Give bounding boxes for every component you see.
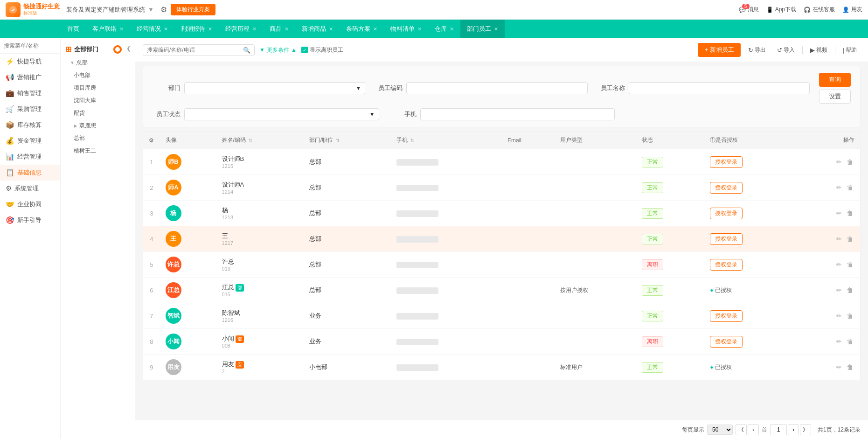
dept-item-shuanglu[interactable]: ▶ 双鹿想 [61, 119, 135, 132]
delete-button[interactable]: 🗑 [845, 261, 854, 268]
auth-login-button[interactable]: 授权登录 [710, 156, 743, 168]
close-icon[interactable]: ✕ [329, 20, 333, 38]
sidebar-item-sales[interactable]: 💼 销售管理 [0, 85, 60, 101]
auth-login-button[interactable]: 授权登录 [710, 182, 743, 194]
import-button[interactable]: ↺ 导入 [773, 44, 799, 56]
delete-button[interactable]: 🗑 [845, 286, 854, 294]
dept-item-project-storage[interactable]: 项目库房 [61, 82, 135, 94]
auth-login-button[interactable]: 授权登录 [710, 310, 743, 322]
nav-item-history[interactable]: 经营历程 ✕ [219, 20, 263, 38]
collapse-btn[interactable]: 《 [124, 45, 130, 54]
help-button[interactable]: | 帮助 [839, 44, 861, 56]
first-page-button[interactable]: 《 [736, 424, 747, 435]
next-page-button[interactable]: › [788, 424, 799, 435]
close-icon[interactable]: ✕ [494, 20, 498, 38]
close-icon[interactable]: ✕ [373, 20, 377, 38]
close-icon[interactable]: ✕ [417, 20, 422, 38]
edit-button[interactable]: ✏ [835, 209, 843, 217]
message-button[interactable]: 💬 5 消息 [739, 6, 759, 14]
auth-login-button[interactable]: 授权登录 [710, 233, 743, 245]
close-icon[interactable]: ✕ [252, 20, 257, 38]
sidebar-item-collab[interactable]: 🤝 企业协同 [0, 196, 60, 212]
nav-item-goods[interactable]: 商品 ✕ [263, 20, 295, 38]
emp-name-filter-input[interactable] [629, 82, 810, 94]
dept-item-zhishu[interactable]: 植树王二 [61, 145, 135, 157]
settings-icon[interactable]: ⚙ [160, 5, 167, 14]
sidebar-item-guide[interactable]: 🎯 新手引导 [0, 212, 60, 228]
edit-button[interactable]: ✏ [835, 158, 843, 166]
close-icon[interactable]: ✕ [450, 20, 454, 38]
sidebar-item-purchase[interactable]: 🛒 采购管理 [0, 101, 60, 117]
th-settings[interactable]: ⚙ [143, 132, 160, 149]
close-icon[interactable]: ✕ [208, 20, 212, 38]
dept-item-small-electric[interactable]: 小电部 [61, 69, 135, 82]
delete-button[interactable]: 🗑 [845, 209, 854, 217]
nav-item-department[interactable]: 部门员工 ✕ [460, 20, 505, 38]
edit-button[interactable]: ✏ [835, 235, 843, 243]
nav-item-operation[interactable]: 经营情况 ✕ [130, 20, 174, 38]
add-employee-button[interactable]: + 新增员工 [698, 43, 740, 57]
nav-item-warehouse[interactable]: 仓库 ✕ [428, 20, 460, 38]
th-dept[interactable]: 部门/职位 ⇅ [304, 132, 391, 149]
auth-login-button[interactable]: 授权登录 [710, 259, 743, 271]
search-input[interactable] [147, 47, 243, 53]
sidebar-item-finance[interactable]: 💰 资金管理 [0, 133, 60, 149]
close-icon[interactable]: ✕ [285, 20, 289, 38]
sidebar-item-system[interactable]: ⚙ 系统管理 [0, 181, 60, 196]
nav-item-barcode[interactable]: 条码方案 ✕ [340, 20, 384, 38]
page-number-input[interactable] [770, 424, 787, 435]
app-download-button[interactable]: 📱 App下载 [766, 6, 796, 14]
dept-item-distribution[interactable]: 配货 [61, 107, 135, 119]
sidebar-item-inventory[interactable]: 📦 库存核算 [0, 117, 60, 133]
online-service-button[interactable]: 🎧 在线客服 [804, 6, 835, 14]
prev-page-button[interactable]: ‹ [748, 424, 759, 435]
emp-code-filter-input[interactable] [406, 82, 587, 94]
user-avatar[interactable]: 👤 用友 [842, 6, 862, 14]
row-email [502, 252, 555, 278]
collab-icon: 🤝 [6, 200, 14, 209]
nav-item-bom[interactable]: 物料清单 ✕ [384, 20, 428, 38]
emp-status-filter-select[interactable]: ▼ [184, 108, 379, 120]
edit-button[interactable]: ✏ [835, 261, 843, 268]
close-icon[interactable]: ✕ [119, 20, 124, 38]
edit-button[interactable]: ✏ [835, 286, 843, 294]
sidebar-item-quick-nav[interactable]: ⚡ 快捷导航 [0, 54, 60, 70]
nav-item-profit[interactable]: 利润报告 ✕ [174, 20, 219, 38]
show-resigned-toggle[interactable]: ✓ 显示离职员工 [301, 46, 343, 54]
nav-item-add-goods[interactable]: 新增商品 ✕ [295, 20, 340, 38]
dept-item-headquarters[interactable]: ▼ 总部 [61, 56, 135, 69]
phone-filter-input[interactable] [420, 108, 615, 120]
edit-button[interactable]: ✏ [835, 338, 843, 345]
dept-filter-select[interactable]: ▼ [184, 82, 365, 94]
delete-button[interactable]: 🗑 [845, 363, 854, 371]
delete-button[interactable]: 🗑 [845, 312, 854, 320]
per-page-select[interactable]: 50 100 [707, 425, 733, 435]
set-button[interactable]: 设置 [819, 90, 851, 104]
th-name[interactable]: 姓名/编码 ⇅ [216, 132, 304, 149]
dept-item-shenyang[interactable]: 沈阳大库 [61, 94, 135, 107]
sidebar-search-input[interactable] [4, 42, 61, 49]
delete-button[interactable]: 🗑 [845, 235, 854, 243]
sidebar-item-basic-info[interactable]: 📋 基础信息 [0, 165, 60, 181]
sidebar-item-operations[interactable]: 📊 经营管理 [0, 149, 60, 165]
close-icon[interactable]: ✕ [164, 20, 168, 38]
nav-item-customer[interactable]: 客户联络 ✕ [86, 20, 130, 38]
export-button[interactable]: ↻ 导出 [744, 44, 770, 56]
last-page-button[interactable]: 》 [800, 424, 811, 435]
delete-button[interactable]: 🗑 [845, 338, 854, 345]
edit-button[interactable]: ✏ [835, 363, 843, 371]
video-button[interactable]: ▶ 视频 [806, 44, 831, 56]
query-button[interactable]: 查询 [819, 73, 851, 87]
edit-button[interactable]: ✏ [835, 312, 843, 320]
edit-button[interactable]: ✏ [835, 184, 843, 191]
dept-item-hq[interactable]: 总部 [61, 132, 135, 145]
sidebar-item-marketing[interactable]: 📢 营销推广 [0, 70, 60, 85]
delete-button[interactable]: 🗑 [845, 184, 854, 191]
nav-item-home[interactable]: 首页 [61, 20, 86, 38]
more-filter-button[interactable]: ▼ 更多条件 ▲ [259, 46, 297, 54]
auth-login-button[interactable]: 授权登录 [710, 208, 743, 219]
delete-button[interactable]: 🗑 [845, 158, 854, 166]
th-phone[interactable]: 手机 ⇅ [391, 132, 502, 149]
auth-login-button[interactable]: 授权登录 [710, 336, 743, 348]
trial-button[interactable]: 体验行业方案 [171, 4, 215, 15]
